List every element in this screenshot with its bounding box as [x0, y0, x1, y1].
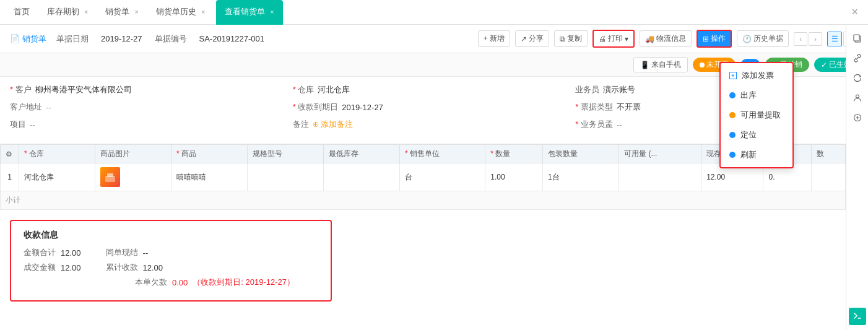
warehouse-field: 仓库 河北仓库 [293, 84, 576, 95]
menu-outbound[interactable]: 出库 [721, 85, 792, 105]
tab-sale-history[interactable]: 销货单历史 × [147, 0, 214, 25]
row-available [619, 163, 701, 191]
from-mobile-btn[interactable]: 📱 来自手机 [633, 57, 688, 72]
nav-prev[interactable]: ‹ [794, 32, 807, 46]
toolbar: + 新增 ↗ 分享 ⧉ 复制 🖨 打印 ▾ 🚚 物流信息 ⊞ 操作 [478, 30, 858, 48]
menu-refresh[interactable]: 刷新 [721, 145, 792, 165]
logistics-button[interactable]: 🚚 物流信息 [640, 30, 692, 47]
remark-label: 备注 [293, 119, 309, 130]
menu-available-pick[interactable]: 可用量提取 [721, 105, 792, 125]
address-field: 客户地址 -- [10, 102, 293, 113]
tab-sale-history-close[interactable]: × [201, 8, 205, 15]
warehouse-value: 河北仓库 [318, 84, 350, 95]
row-amount [812, 163, 846, 191]
row-warehouse: 河北仓库 [19, 163, 95, 191]
col-pkg-qty: 包装数量 [543, 145, 619, 163]
refresh-label: 刷新 [740, 149, 757, 160]
right-btn-2[interactable] [849, 50, 866, 67]
operation-button[interactable]: ⊞ 操作 [697, 30, 732, 48]
truck-icon: 🚚 [645, 35, 654, 43]
total-amount-label: 金额合计 [24, 247, 56, 258]
invoice-label: 票据类型 [575, 102, 613, 113]
row-min-stock [324, 163, 400, 191]
staff-label: 业务员 [575, 84, 599, 95]
nav-next[interactable]: › [809, 32, 822, 46]
history-button[interactable]: 🕐 历史单据 [737, 30, 789, 47]
info-row-1: 金额合计 12.00 同单现结 -- [24, 247, 318, 258]
share-icon: ↗ [521, 35, 527, 43]
add-button[interactable]: + 新增 [478, 30, 510, 47]
right-btn-4[interactable] [849, 89, 866, 106]
svg-rect-1 [107, 173, 113, 177]
no-label: 单据编号 [155, 33, 187, 45]
deal-amount-item: 成交金额 12.00 [24, 262, 81, 273]
staff-value: 演示账号 [603, 84, 635, 95]
right-btn-1[interactable] [849, 30, 866, 47]
locate-label: 定位 [740, 129, 757, 141]
remark-add-btn[interactable]: ⊕ 添加备注 [313, 119, 354, 130]
menu-locate[interactable]: 定位 [721, 125, 792, 145]
history-icon: 🕐 [742, 35, 752, 43]
row-qty: 1.00 [485, 163, 543, 191]
doc-type-badge: 📄 销货单 [10, 33, 46, 45]
total-amount-item: 金额合计 12.00 [24, 247, 81, 258]
col-spec: 规格型号 [248, 145, 324, 163]
tab-home-label: 首页 [14, 6, 30, 17]
refresh-icon [729, 152, 736, 158]
info-row-2: 成交金额 12.00 累计收款 12.00 [24, 262, 318, 273]
staff-field: 业务员 演示账号 [575, 84, 858, 95]
tab-inventory[interactable]: 库存期初 × [38, 0, 97, 25]
col-product: 商品 [171, 145, 248, 163]
col-qty: 数量 [485, 145, 543, 163]
view-list-btn[interactable]: ☰ [827, 32, 842, 46]
svg-point-4 [856, 95, 859, 98]
this-order-item: 本单欠款 0.00 （收款到期日: 2019-12-27） [135, 277, 295, 288]
tab-sale-order[interactable]: 销货单 × [97, 0, 147, 25]
tab-view-sale-label: 查看销货单 [225, 6, 265, 17]
dot-orange-icon [700, 63, 705, 67]
outbound-icon [729, 92, 736, 98]
same-order-label: 同单现结 [106, 247, 138, 258]
window-close-button[interactable]: × [846, 6, 863, 19]
add-invoice-label: 添加发票 [742, 70, 774, 81]
copy-button[interactable]: ⧉ 复制 [554, 30, 588, 47]
share-button[interactable]: ↗ 分享 [515, 30, 549, 47]
doc-type-icon: 📄 [10, 34, 20, 43]
tab-home[interactable]: 首页 [5, 0, 38, 25]
locate-icon [729, 132, 736, 138]
deal-amount-value: 12.00 [61, 263, 81, 272]
col-image: 商品图片 [95, 145, 171, 163]
dropdown-menu: + 添加发票 出库 可用量提取 定位 刷新 [719, 62, 794, 168]
main-content: 📄 销货单 单据日期 2019-12-27 单据编号 SA-20191227-0… [0, 25, 868, 330]
col-unit: 销售单位 [400, 145, 485, 163]
subtotal-row: 小计 [1, 191, 846, 210]
col-amount: 数 [812, 145, 846, 163]
tab-inventory-close[interactable]: × [84, 8, 88, 15]
table-header-row: ⚙ 仓库 商品图片 商品 规格型号 最低库存 销售单位 数量 包装数量 可用量 … [1, 145, 846, 163]
tab-view-sale[interactable]: 查看销货单 × [216, 0, 282, 25]
print-button[interactable]: 🖨 打印 ▾ [592, 30, 635, 48]
right-btn-6[interactable] [849, 308, 866, 325]
print-icon: 🖨 [599, 35, 606, 43]
sales-staff-field: 业务员孟 -- [575, 119, 858, 130]
date-value: 2019-12-27 [101, 34, 142, 43]
tab-view-sale-close[interactable]: × [270, 8, 274, 15]
row-image [95, 163, 171, 191]
row-pkg-qty: 1台 [543, 163, 619, 191]
tab-sale-order-close[interactable]: × [134, 8, 138, 15]
tab-sale-history-label: 销货单历史 [156, 6, 196, 17]
right-btn-5[interactable] [849, 109, 866, 126]
customer-field: 客户 柳州粤港平安气体有限公司 [10, 84, 293, 95]
sales-staff-label: 业务员孟 [575, 119, 613, 130]
outbound-label: 出库 [740, 90, 757, 101]
nav-arrows: ‹ › [794, 32, 822, 46]
tab-inventory-label: 库存期初 [47, 6, 79, 17]
menu-add-invoice[interactable]: + 添加发票 [721, 66, 792, 85]
date-label: 单据日期 [56, 33, 89, 45]
tab-sale-order-label: 销货单 [105, 6, 129, 17]
doc-header: 📄 销货单 单据日期 2019-12-27 单据编号 SA-20191227-0… [0, 25, 868, 53]
project-value: -- [30, 120, 35, 129]
right-btn-3[interactable] [849, 69, 866, 87]
overdue-note: （收款到期日: 2019-12-27） [193, 277, 295, 288]
col-available: 可用量 (... [619, 145, 701, 163]
